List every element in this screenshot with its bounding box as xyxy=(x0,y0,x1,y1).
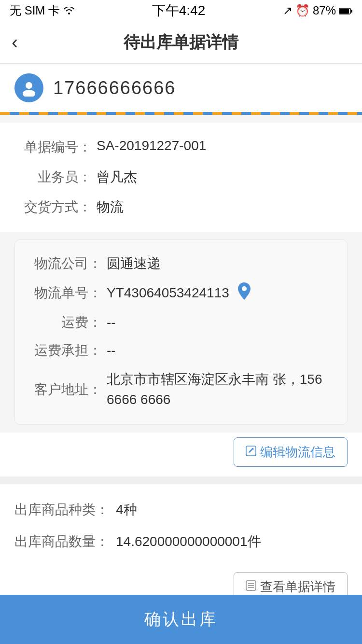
document-no-value: SA-20191227-001 xyxy=(97,138,348,154)
avatar xyxy=(14,73,43,102)
dashed-divider xyxy=(0,112,362,115)
logistics-company-label: 物流公司： xyxy=(25,254,102,273)
map-pin-icon[interactable] xyxy=(237,282,251,304)
basic-info-section: 单据编号： SA-20191227-001 业务员： 曾凡杰 交货方式： 物流 xyxy=(0,123,362,232)
freight-bearer-label: 运费承担： xyxy=(25,341,102,360)
goods-quantity-value: 14.620000000000001件 xyxy=(116,532,261,551)
svg-point-5 xyxy=(242,286,247,291)
delivery-method-value: 物流 xyxy=(97,198,348,216)
status-left: 无 SIM 卡 xyxy=(10,3,74,18)
freight-label: 运费： xyxy=(25,313,102,332)
goods-types-value: 4种 xyxy=(116,501,137,519)
edit-logistics-label: 编辑物流信息 xyxy=(260,444,335,461)
nav-title: 待出库单据详情 xyxy=(124,31,238,54)
logistics-company-value: 圆通速递 xyxy=(107,254,337,273)
logistics-company-row: 物流公司： 圆通速递 xyxy=(25,250,337,278)
logistics-box: 物流公司： 圆通速递 物流单号： YT43064053424113 运费： --… xyxy=(14,239,348,425)
sales-person-label: 业务员： xyxy=(14,168,92,186)
battery-text: 87% xyxy=(313,4,336,17)
status-bar: 无 SIM 卡 下午4:42 ↗ ⏰ 87% xyxy=(0,0,362,21)
back-button[interactable]: ‹ xyxy=(12,31,18,53)
address-row: 客户地址： 北京市市辖区海淀区永丰南 张，156 6666 6666 xyxy=(25,364,337,415)
goods-section: 出库商品种类： 4种 出库商品数量： 14.620000000000001件 xyxy=(0,484,362,567)
tracking-no-label: 物流单号： xyxy=(25,284,102,302)
confirm-button-label: 确认出库 xyxy=(144,608,218,630)
sales-person-value: 曾凡杰 xyxy=(97,168,348,186)
goods-types-label: 出库商品种类： xyxy=(14,501,111,519)
alarm-icon: ⏰ xyxy=(295,4,310,17)
delivery-method-label: 交货方式： xyxy=(14,198,92,216)
battery-icon xyxy=(339,4,352,17)
wifi-icon xyxy=(64,4,74,17)
status-time: 下午4:42 xyxy=(152,1,206,20)
main-content: 17666666666 单据编号： SA-20191227-001 业务员： 曾… xyxy=(0,64,362,644)
svg-rect-1 xyxy=(339,9,349,14)
customer-phone: 17666666666 xyxy=(53,78,176,98)
address-value: 北京市市辖区海淀区永丰南 张，156 6666 6666 xyxy=(107,369,337,410)
edit-logistics-button[interactable]: 编辑物流信息 xyxy=(234,437,348,467)
tracking-no-value-container: YT43064053424113 xyxy=(107,282,337,304)
delivery-method-row: 交货方式： 物流 xyxy=(14,192,348,222)
tracking-no-row: 物流单号： YT43064053424113 xyxy=(25,278,337,308)
freight-bearer-value: -- xyxy=(107,343,337,358)
document-no-row: 单据编号： SA-20191227-001 xyxy=(14,132,348,162)
freight-bearer-row: 运费承担： -- xyxy=(25,336,337,364)
confirm-bar[interactable]: 确认出库 xyxy=(0,595,362,644)
carrier-text: 无 SIM 卡 xyxy=(10,3,60,18)
list-icon xyxy=(246,579,256,594)
sales-person-row: 业务员： 曾凡杰 xyxy=(14,162,348,192)
svg-rect-2 xyxy=(351,10,352,13)
goods-quantity-label: 出库商品数量： xyxy=(14,532,111,551)
freight-row: 运费： -- xyxy=(25,308,337,336)
goods-quantity-row: 出库商品数量： 14.620000000000001件 xyxy=(14,526,348,558)
section-divider xyxy=(0,476,362,484)
view-details-label: 查看单据详情 xyxy=(260,578,335,595)
edit-icon xyxy=(246,445,256,460)
tracking-no-value: YT43064053424113 xyxy=(107,285,229,301)
location-icon: ↗ xyxy=(283,4,292,17)
edit-logistics-area: 编辑物流信息 xyxy=(0,433,362,476)
goods-types-row: 出库商品种类： 4种 xyxy=(14,494,348,526)
document-no-label: 单据编号： xyxy=(14,138,92,156)
address-label: 客户地址： xyxy=(25,380,102,399)
svg-point-4 xyxy=(23,90,35,97)
freight-value: -- xyxy=(107,315,337,330)
customer-header: 17666666666 xyxy=(0,64,362,112)
svg-point-3 xyxy=(26,82,32,89)
nav-bar: ‹ 待出库单据详情 xyxy=(0,21,362,64)
status-right: ↗ ⏰ 87% xyxy=(283,4,352,17)
